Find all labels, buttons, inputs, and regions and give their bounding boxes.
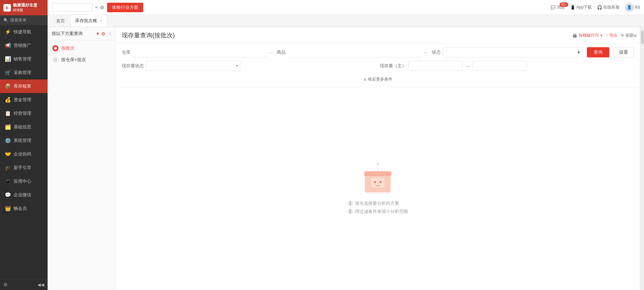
online-support-button[interactable]: 🎧 在线客服: [597, 4, 620, 10]
warehouse-input[interactable]: [133, 47, 267, 57]
tab-home[interactable]: 首页: [51, 15, 70, 27]
collapse-more-button[interactable]: ∧ 收起更多条件: [122, 74, 634, 83]
wechat-label: 企业微信: [14, 192, 31, 198]
inventory-status-select[interactable]: ▾: [146, 61, 241, 71]
print-icon: 🖨️: [572, 33, 577, 38]
left-panel-title: 按以下方案查询: [52, 31, 83, 37]
right-scrollbar[interactable]: [640, 27, 644, 290]
top-gear-icon[interactable]: ⚙: [100, 5, 104, 10]
sidebar-item-newbie[interactable]: 🎓 新手引导: [0, 161, 48, 175]
empty-illustration: [361, 161, 395, 195]
sidebar-item-marketing[interactable]: 📢 营销推广: [0, 39, 48, 52]
user-avatar: 👤: [625, 3, 634, 12]
tab-bar: 首页 库存批次账 ×: [48, 15, 644, 27]
purchase-label: 采购管理: [14, 70, 31, 76]
settings-button[interactable]: 设置: [613, 47, 634, 57]
svg-point-8: [377, 163, 379, 165]
sidebar-item-sales[interactable]: 📊 销售管理: [0, 52, 48, 66]
sidebar-item-basic[interactable]: 🗂️ 基础信息: [0, 120, 48, 134]
inventory-label: 库存核算: [14, 83, 31, 89]
hint-1-text: 请先选择要分析的方案: [355, 200, 399, 206]
svg-rect-3: [364, 171, 391, 176]
warehouse-filter-group: 仓库 ···: [122, 47, 273, 57]
empty-state: 1 请先选择要分析的方案 2 用过滤条件来缩小分析范围: [116, 87, 640, 290]
hint-item-2: 2 用过滤条件来缩小分析范围: [348, 209, 408, 215]
scrollbar-track: [640, 27, 644, 290]
inventory-status-label: 现存量状态: [122, 63, 144, 69]
main-area: ▾ ⚙ 体验行业方案 💬 消息 99+ 📱 App下载 🎧 在线客服 👤: [48, 0, 644, 290]
top-bar-right: 💬 消息 99+ 📱 App下载 🎧 在线客服 👤 Rit: [550, 3, 640, 12]
member-label: 畅会员: [14, 205, 27, 212]
add-scheme-button[interactable]: +: [96, 31, 99, 37]
newbie-icon: 🎓: [5, 165, 11, 171]
shortcut-icon: ⚡: [5, 29, 11, 35]
status-select[interactable]: ▾: [443, 47, 583, 57]
search-icon: 🔍: [3, 18, 9, 23]
collapse-more-label: 收起更多条件: [368, 76, 392, 82]
messages-button[interactable]: 💬 消息 99+: [550, 4, 565, 10]
status-label: 状态: [432, 49, 441, 55]
tab-close-icon[interactable]: ×: [100, 19, 102, 23]
page-header: 现存量查询(按批次) 🖨️ 按模板打印 ▾ ↑ 导出 ↻: [116, 27, 640, 43]
search-menu-item[interactable]: 🔍 搜索菜单: [0, 15, 48, 25]
sidebar-item-system[interactable]: ⚙️ 系统管理: [0, 134, 48, 147]
scheme-item-warehouse-batch[interactable]: 按仓库+批次: [48, 54, 115, 66]
svg-point-1: [54, 59, 57, 61]
export-button[interactable]: ↑ 导出: [606, 33, 617, 38]
top-search-input[interactable]: [52, 3, 92, 12]
warehouse-more-icon[interactable]: ···: [269, 50, 273, 55]
collapse-sidebar-icon[interactable]: ◀◀: [37, 282, 44, 287]
top-bar: ▾ ⚙ 体验行业方案 💬 消息 99+ 📱 App下载 🎧 在线客服 👤: [48, 0, 644, 15]
svg-point-0: [54, 47, 57, 50]
sidebar-item-enterprise[interactable]: 🤝 企业协同: [0, 147, 48, 161]
status-filter-group: 状态 ▾: [432, 47, 583, 57]
sidebar-item-inventory[interactable]: 📦 库存核算: [0, 79, 48, 93]
content-area: 按以下方案查询 + ⊙ 《 按批次: [48, 27, 640, 290]
sidebar-item-member[interactable]: 👑 畅会员: [0, 202, 48, 215]
qty-dash: —: [463, 64, 473, 69]
sidebar-item-purchase[interactable]: 🛒 采购管理: [0, 66, 48, 79]
query-button[interactable]: 查询: [587, 47, 609, 57]
sales-label: 销售管理: [14, 56, 31, 62]
inventory-qty-label: 现存量（主）: [380, 63, 406, 69]
tab-inventory-batch[interactable]: 库存批次账 ×: [70, 15, 107, 27]
collapse-panel-button[interactable]: 《: [107, 31, 111, 37]
trial-button[interactable]: 体验行业方案: [107, 3, 143, 12]
left-panel-header: 按以下方案查询 + ⊙ 《: [48, 27, 115, 40]
app-download-icon: 📱: [570, 5, 575, 10]
operation-icon: 📋: [5, 110, 11, 116]
template-print-button[interactable]: 🖨️ 按模板打印 ▾: [572, 33, 603, 38]
inventory-qty-min-input[interactable]: [408, 61, 463, 71]
message-icon: 💬: [550, 5, 556, 10]
top-chevron-icon[interactable]: ▾: [95, 5, 97, 10]
goods-more-icon[interactable]: ···: [424, 50, 428, 55]
tab-home-label: 首页: [56, 18, 65, 24]
page-title: 现存量查询(按批次): [122, 31, 175, 39]
wechat-icon: 💬: [5, 192, 11, 198]
scheme-batch-label: 按批次: [61, 45, 74, 51]
sidebar-item-wechat[interactable]: 💬 企业微信: [0, 188, 48, 202]
filter-row-1: 仓库 ··· 商品 ··· 状态: [122, 47, 634, 57]
sidebar-item-finance[interactable]: 💰 资金管理: [0, 93, 48, 107]
refresh-icon: ↻: [621, 33, 624, 38]
user-profile-button[interactable]: 👤 Rit: [625, 3, 640, 12]
app-download-button[interactable]: 📱 App下载: [570, 4, 592, 10]
hint-item-1: 1 请先选择要分析的方案: [348, 200, 408, 206]
inventory-status-filter-group: 现存量状态 ▾: [122, 61, 376, 71]
settings-icon[interactable]: ⚙: [3, 282, 8, 287]
top-bar-left: ▾ ⚙ 体验行业方案: [52, 3, 547, 12]
scheme-item-batch[interactable]: 按批次: [48, 42, 115, 54]
inventory-qty-max-input[interactable]: [473, 61, 527, 71]
goods-label: 商品: [277, 49, 286, 55]
sidebar-item-appstore[interactable]: 📱 应用中心: [0, 175, 48, 188]
sidebar-item-operation[interactable]: 📋 经营管理: [0, 107, 48, 120]
system-label: 系统管理: [14, 138, 31, 144]
scheme-active-icon: [52, 45, 58, 51]
page-header-actions: 🖨️ 按模板打印 ▾ ↑ 导出 ↻ 刷新: [572, 33, 634, 38]
scheme-settings-button[interactable]: ⊙: [101, 31, 105, 36]
sidebar-item-shortcut[interactable]: ⚡ 快捷导航: [0, 25, 48, 39]
goods-input[interactable]: [288, 47, 422, 57]
inventory-status-chevron-icon: ▾: [236, 64, 238, 68]
page-close-button[interactable]: ✕: [630, 31, 640, 41]
appstore-icon: 📱: [5, 178, 11, 184]
